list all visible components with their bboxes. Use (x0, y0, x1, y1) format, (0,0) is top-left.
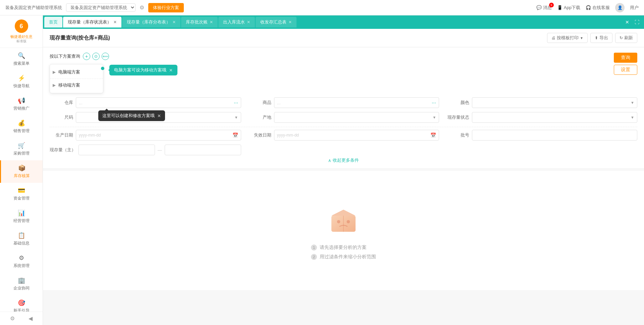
color-select[interactable]: ▼ (472, 97, 637, 108)
tab-inventory-dist[interactable]: 现存量（库存分布表） ✕ (122, 17, 180, 28)
filter-divider (50, 127, 637, 127)
export-btn[interactable]: ⬆ 导出 (590, 33, 612, 43)
copy-scheme-btn[interactable]: ⊙ (92, 53, 100, 60)
sidebar-item-finance[interactable]: 💳 资金管理 (0, 183, 43, 205)
industry-btn[interactable]: 体验行业方案 (148, 3, 184, 12)
sidebar-item-system[interactable]: ⚙ 系统管理 (0, 250, 43, 273)
tab-batch-ledger[interactable]: 库存批次账 ✕ (181, 17, 218, 28)
sidebar-label-inventory: 库存核算 (14, 173, 30, 179)
tab-batch-ledger-close[interactable]: ✕ (210, 20, 213, 24)
tab-collect-summary-label: 收发存汇总表 (260, 19, 286, 25)
back-scheme-btn[interactable]: ⟸ (102, 53, 109, 60)
sidebar: 6 畅捷通好生意 标准版 🔍 搜索菜单 ⚡ 快捷导航 📢 营销推广 (0, 15, 43, 325)
notification-btn[interactable]: 💬 消息 9 (536, 5, 552, 11)
filter-row-warehouse: 仓库 ... ⋯ (50, 97, 241, 108)
sidebar-item-enterprise[interactable]: 🏢 企业协同 (0, 273, 43, 295)
prod-date-calendar-icon: 📅 (232, 132, 238, 138)
stock-main-separator: — (158, 148, 162, 153)
scheme-arrow-desktop: ▶ (53, 70, 56, 74)
system-select[interactable]: 装备及固定资产辅助管理系统 (66, 3, 136, 12)
scheme-tooltip-close[interactable]: ✕ (169, 68, 173, 73)
print-btn[interactable]: 🖨 按模板打印 ▼ (547, 33, 588, 43)
sidebar-settings-btn[interactable]: ⚙ (10, 315, 15, 322)
prod-date-placeholder: yyyy-mm-dd (79, 133, 101, 138)
sidebar-item-base-info[interactable]: 📋 基础信息 (0, 228, 43, 250)
prod-date-input[interactable]: yyyy-mm-dd 📅 (76, 130, 241, 141)
app-download-btn[interactable]: 📱 App下载 (557, 5, 580, 11)
exp-date-input[interactable]: yyyy-mm-dd 📅 (274, 130, 439, 141)
marketing-icon: 📢 (18, 97, 25, 104)
sidebar-item-operations[interactable]: 📊 经营管理 (0, 205, 43, 228)
edit-tooltip-close[interactable]: ✕ (157, 113, 161, 118)
warehouse-label: 仓库 (50, 100, 73, 106)
tab-collect-summary[interactable]: 收发存汇总表 ✕ (256, 17, 297, 28)
scheme-tooltip: 电脑方案可设为移动方案哦 ✕ (109, 65, 177, 75)
enterprise-icon: 🏢 (18, 277, 25, 284)
scheme-item-desktop[interactable]: ▶ 电脑端方案 (50, 67, 103, 77)
sidebar-label-system: 系统管理 (13, 263, 30, 269)
refresh-btn[interactable]: ↻ 刷新 (615, 33, 637, 43)
tab-inventory-dist-close[interactable]: ✕ (172, 20, 176, 24)
settings-icon[interactable]: ⚙ (140, 4, 144, 11)
stock-status-dropdown-icon: ▼ (631, 115, 634, 119)
svg-point-3 (347, 220, 350, 223)
filter-row-color: 颜色 ▼ (446, 97, 637, 108)
sidebar-collapse-btn[interactable]: ◀ (29, 315, 33, 322)
logo-icon: 6 (15, 19, 28, 33)
stock-main-from[interactable] (78, 145, 155, 155)
sidebar-item-inventory[interactable]: 📦 库存核算 (0, 160, 43, 183)
tab-in-out-flow[interactable]: 出入库流水 ✕ (218, 17, 255, 28)
scheme-item-mobile[interactable]: ▶ 移动端方案 (50, 80, 103, 90)
tab-inventory-status-close[interactable]: ✕ (113, 20, 117, 24)
edit-tooltip: 这里可以创建和修改方案哦 ✕ (98, 110, 165, 121)
origin-select[interactable]: ▼ (274, 112, 439, 123)
color-dropdown-icon: ▼ (631, 101, 634, 105)
content-area: 首页 现存量（库存状况表） ✕ 现存量（库存分布表） ✕ 库存批次账 ✕ 出入库… (43, 15, 644, 325)
sidebar-item-marketing[interactable]: 📢 营销推广 (0, 93, 43, 115)
prod-date-label: 生产日期 (50, 132, 73, 138)
reset-btn[interactable]: 设置 (614, 65, 637, 75)
goods-more-icon: ⋯ (432, 100, 436, 105)
page-header-actions: 🖨 按模板打印 ▼ ⬆ 导出 ↻ 刷新 (547, 33, 637, 43)
search-btn[interactable]: 查询 (614, 53, 637, 63)
warehouse-input[interactable]: ... ⋯ (76, 97, 241, 108)
goods-input[interactable]: ... ⋯ (274, 97, 439, 108)
online-support-btn[interactable]: 🎧 在线客服 (586, 5, 610, 11)
scheme-divider (50, 78, 103, 79)
filter-collapse-btn[interactable]: ∧ 收起更多条件 (50, 155, 637, 165)
tab-inventory-status[interactable]: 现存量（库存状况表） ✕ (63, 17, 121, 28)
scheme-arrow-mobile: ▶ (53, 83, 56, 88)
stock-main-to[interactable] (165, 145, 241, 155)
sidebar-item-sales[interactable]: 💰 销售管理 (0, 115, 43, 138)
main-layout: 6 畅捷通好生意 标准版 🔍 搜索菜单 ⚡ 快捷导航 📢 营销推广 (0, 15, 644, 325)
export-label: 导出 (599, 35, 608, 41)
sidebar-item-guide[interactable]: 🎯 新手引导 (0, 295, 43, 312)
sidebar-label-search-menu: 搜索菜单 (13, 61, 30, 66)
add-scheme-btn[interactable]: + (83, 53, 90, 60)
tab-close-all-btn[interactable]: ✕ (623, 19, 631, 25)
filter-row-prod-date: 生产日期 yyyy-mm-dd 📅 (50, 130, 241, 141)
tab-collect-summary-close[interactable]: ✕ (288, 20, 292, 24)
sidebar-label-sales: 销售管理 (13, 128, 30, 134)
sidebar-item-quick-nav[interactable]: ⚡ 快捷导航 (0, 70, 43, 93)
sidebar-label-purchase: 采购管理 (13, 151, 30, 156)
sidebar-item-search-menu[interactable]: 🔍 搜索菜单 (0, 48, 43, 70)
message-icon: 💬 (536, 5, 542, 10)
tab-in-out-flow-close[interactable]: ✕ (247, 20, 250, 24)
export-icon: ⬆ (595, 36, 598, 40)
system-icon: ⚙ (19, 254, 24, 262)
tab-maximize-btn[interactable]: ⛶ (633, 19, 641, 25)
sidebar-label-enterprise: 企业协同 (13, 285, 30, 291)
base-info-icon: 📋 (18, 232, 25, 239)
scheme-tooltip-arrow (107, 68, 110, 72)
tab-home[interactable]: 首页 (44, 17, 62, 28)
user-avatar[interactable]: 👤 (615, 3, 625, 12)
operations-icon: 📊 (18, 209, 25, 217)
print-arrow-icon: ▼ (580, 36, 583, 40)
logo-text: 畅捷通好生意 (10, 34, 33, 39)
sidebar-item-purchase[interactable]: 🛒 采购管理 (0, 138, 43, 160)
filter-grid-2: 生产日期 yyyy-mm-dd 📅 失效日期 yyyy-mm-dd 📅 (50, 130, 637, 155)
collapse-label: 收起更多条件 (333, 157, 359, 163)
stock-status-select[interactable]: ▼ (472, 112, 637, 123)
batch-input[interactable] (472, 130, 637, 141)
